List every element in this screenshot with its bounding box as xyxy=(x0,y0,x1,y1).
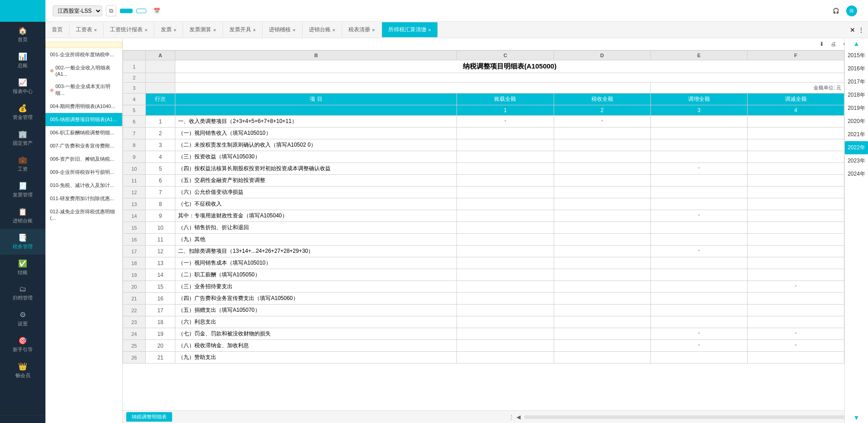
sidebar-item-settings[interactable]: ⚙设置 xyxy=(0,306,45,332)
row-d[interactable] xyxy=(554,198,650,210)
tab-settings-icon[interactable]: ⋮ xyxy=(858,26,864,34)
row-c[interactable] xyxy=(457,222,554,234)
copy-button[interactable]: ⧉ xyxy=(106,5,116,16)
row-c[interactable] xyxy=(457,328,554,340)
row-item[interactable]: （一）视同销售成本（填写A105010） xyxy=(175,257,457,269)
row-f[interactable] xyxy=(747,316,844,328)
row-item[interactable]: （一）视同销售收入（填写A105010） xyxy=(175,128,457,139)
unpin-button[interactable] xyxy=(0,415,45,423)
table-container[interactable]: A B C D E F 1纳税调整项目明细表(A105000)23金额单位: 元… xyxy=(123,50,868,410)
row-d[interactable] xyxy=(554,257,650,269)
calendar-icon[interactable]: 📅 xyxy=(154,8,160,14)
tab-发票开具[interactable]: 发票开具× xyxy=(223,22,263,37)
sidebar-item-archive[interactable]: 🗂归档管理 xyxy=(0,280,45,306)
row-item[interactable]: （九）其他 xyxy=(175,234,457,246)
row-e[interactable] xyxy=(650,305,747,316)
row-e[interactable] xyxy=(650,128,747,139)
row-d[interactable] xyxy=(554,234,650,246)
year-scroll-down[interactable]: ▼ xyxy=(852,412,862,423)
row-f[interactable] xyxy=(747,210,844,222)
row-e[interactable] xyxy=(650,151,747,163)
left-menu-003[interactable]: ⊗003-一般企业成本支出明细... xyxy=(45,80,122,100)
row-item[interactable]: 一、收入类调整项目（2+3+4+5+6+7+8+10+11） xyxy=(175,116,457,128)
row-d[interactable]: * xyxy=(554,116,650,128)
row-e[interactable]: * xyxy=(650,246,747,257)
left-menu-005[interactable]: 005-纳税调整项目明细表(A1... xyxy=(45,113,122,126)
row-e[interactable]: * xyxy=(650,163,747,175)
row-d[interactable] xyxy=(554,269,650,281)
row-e[interactable] xyxy=(650,116,747,128)
row-c[interactable] xyxy=(457,293,554,305)
row-e[interactable] xyxy=(650,198,747,210)
row-d[interactable] xyxy=(554,352,650,364)
tab-close-icon[interactable]: × xyxy=(144,27,147,33)
row-e[interactable] xyxy=(650,139,747,151)
row-e[interactable] xyxy=(650,316,747,328)
left-menu-001[interactable]: 001-企业所得税年度纳税申... xyxy=(45,48,122,61)
row-d[interactable] xyxy=(554,139,650,151)
row-f[interactable] xyxy=(747,305,844,316)
year-item-2015年[interactable]: 2015年 xyxy=(845,49,868,62)
row-d[interactable] xyxy=(554,151,650,163)
row-c[interactable] xyxy=(457,281,554,293)
row-item[interactable]: （三）投资收益（填写A105030） xyxy=(175,151,457,163)
sidebar-item-fund[interactable]: 💰资金管理 xyxy=(0,99,45,125)
row-f[interactable] xyxy=(747,175,844,187)
row-d[interactable] xyxy=(554,340,650,352)
tab-首页[interactable]: 首页 xyxy=(45,22,69,37)
year-scroll-up[interactable]: ▲ xyxy=(852,38,862,49)
row-f[interactable]: * xyxy=(747,281,844,293)
company-select[interactable]: 江西股室-LSS xyxy=(53,5,102,16)
row-item[interactable]: （六）利息支出 xyxy=(175,316,457,328)
row-c[interactable] xyxy=(457,198,554,210)
sidebar-item-report[interactable]: 📈报表中心 xyxy=(0,74,45,99)
row-d[interactable] xyxy=(554,305,650,316)
row-item[interactable]: （八）税收滞纳金、加收利息 xyxy=(175,340,457,352)
row-f[interactable]: * xyxy=(747,328,844,340)
sidebar-item-tax[interactable]: 📑税务管理 xyxy=(0,229,45,255)
tab-close-icon[interactable]: × xyxy=(174,27,176,33)
tab-close-icon[interactable]: × xyxy=(428,27,431,33)
year-item-2022年[interactable]: 2022年 xyxy=(845,141,868,154)
row-f[interactable] xyxy=(747,234,844,246)
row-d[interactable] xyxy=(554,293,650,305)
row-item[interactable]: （五）捐赠支出（填写A105070） xyxy=(175,305,457,316)
row-item[interactable]: （八）销售折扣、折让和退回 xyxy=(175,222,457,234)
row-f[interactable] xyxy=(747,139,844,151)
tab-close-icon[interactable]: × xyxy=(253,27,256,33)
left-menu-007[interactable]: 007-广告费和业务宣传费附... xyxy=(45,139,122,152)
row-item[interactable]: （六）公允价值变动净损益 xyxy=(175,187,457,198)
row-e[interactable]: * xyxy=(650,328,747,340)
row-f[interactable] xyxy=(747,222,844,234)
sidebar-item-home[interactable]: 🏠首页 xyxy=(0,22,45,48)
row-d[interactable] xyxy=(554,222,650,234)
row-d[interactable] xyxy=(554,210,650,222)
left-menu-002[interactable]: ⊗002-一般企业收入明细表(A1... xyxy=(45,61,122,80)
left-menu-008[interactable]: 008-资产折旧、摊销及纳税... xyxy=(45,152,122,166)
row-c[interactable] xyxy=(457,163,554,175)
bottom-tab-纳税调整明细表[interactable]: 纳税调整明细表 xyxy=(126,412,172,422)
tab-close-icon[interactable]: × xyxy=(372,27,375,33)
row-c[interactable] xyxy=(457,352,554,364)
row-f[interactable] xyxy=(747,246,844,257)
row-c[interactable] xyxy=(457,246,554,257)
service-button[interactable]: 🎧 xyxy=(833,8,841,14)
sidebar-item-asset[interactable]: 🏢固定资产 xyxy=(0,125,45,151)
left-menu-012[interactable]: 012-减免企业所得税优惠明细(... xyxy=(45,205,122,224)
row-e[interactable] xyxy=(650,222,747,234)
year-item-2024年[interactable]: 2024年 xyxy=(845,167,868,181)
sidebar-item-general[interactable]: 📊总账 xyxy=(0,48,45,74)
sidebar-item-invoice[interactable]: 🧾发票管理 xyxy=(0,177,45,203)
row-c[interactable] xyxy=(457,269,554,281)
row-f[interactable] xyxy=(747,198,844,210)
sidebar-item-ledger[interactable]: 📋进销台账 xyxy=(0,203,45,229)
year-item-2020年[interactable]: 2020年 xyxy=(845,115,868,128)
row-f[interactable] xyxy=(747,151,844,163)
row-f[interactable]: * xyxy=(747,340,844,352)
tab-工资统计报表[interactable]: 工资统计报表× xyxy=(104,22,154,37)
switch-old-button[interactable] xyxy=(136,9,146,13)
row-e[interactable] xyxy=(650,257,747,269)
left-menu-004[interactable]: 004-期间费用明细表(A1040... xyxy=(45,100,122,113)
row-d[interactable] xyxy=(554,128,650,139)
row-f[interactable] xyxy=(747,187,844,198)
